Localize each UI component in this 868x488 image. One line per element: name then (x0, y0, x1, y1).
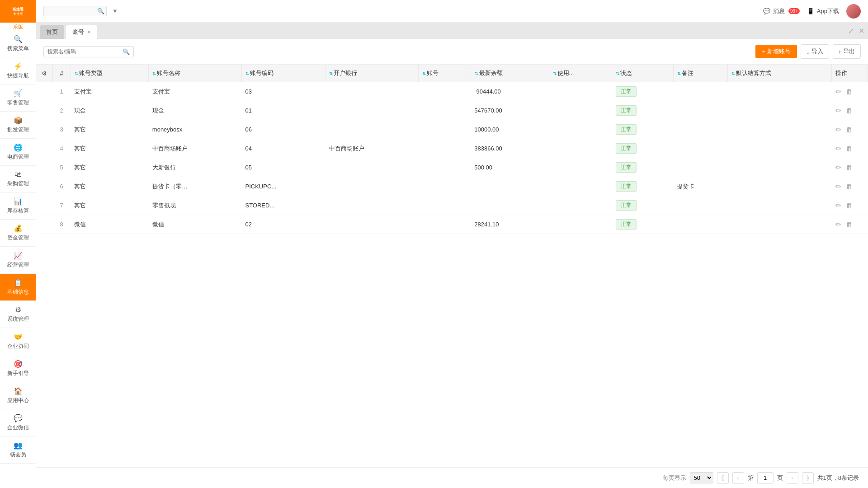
table-container: ⚙ # ⇅账号类型 ⇅账号名称 ⇅账号编码 ⇅开户银行 ⇅账号 ⇅最新余额 ⇅使… (36, 65, 868, 467)
sidebar-label-7: 资金管理 (7, 234, 29, 242)
app-download-button[interactable]: 📱 App下载 (807, 7, 839, 15)
cell-name-3: 中百商场账户 (149, 139, 242, 158)
col-balance[interactable]: ⇅最新余额 (471, 65, 549, 82)
tab-account-close[interactable]: ✕ (87, 29, 91, 35)
delete-icon-4[interactable]: 🗑 (846, 164, 853, 171)
col-account[interactable]: ⇅账号 (418, 65, 471, 82)
sidebar-item-4[interactable]: 🌐电商管理 (0, 139, 36, 166)
tab-account[interactable]: 账号 ✕ (66, 25, 97, 39)
edit-icon-4[interactable]: ✏ (835, 164, 841, 172)
cell-usage-3 (549, 139, 612, 158)
delete-icon-0[interactable]: 🗑 (846, 88, 853, 95)
cell-code-4: 05 (241, 158, 325, 177)
tab-expand-icon[interactable]: ⤢ (848, 27, 854, 35)
sidebar-item-11[interactable]: 🤝企业协同 (0, 328, 36, 355)
col-bank[interactable]: ⇅开户银行 (326, 65, 419, 82)
cell-usage-2 (549, 120, 612, 139)
cell-name-2: moneybosx (149, 120, 242, 139)
sidebar-item-1[interactable]: ⚡快捷导航 (0, 57, 36, 84)
cell-num-5: 6 (52, 177, 71, 196)
cell-bank-5 (326, 177, 419, 196)
settings-icon[interactable]: ⚙ (42, 70, 47, 77)
add-account-button[interactable]: + 新增账号 (755, 45, 797, 58)
sidebar-icon-6: 📊 (14, 197, 23, 206)
avatar[interactable] (846, 4, 861, 19)
import-button[interactable]: ↓ 导入 (801, 44, 829, 59)
cell-bank-2 (326, 120, 419, 139)
sidebar-item-7[interactable]: 💰资金管理 (0, 220, 36, 247)
sidebar-item-9[interactable]: 📋基础信息 (0, 274, 36, 301)
cell-checkbox-0 (36, 82, 52, 101)
delete-icon-1[interactable]: 🗑 (846, 107, 853, 114)
cell-checkbox-3 (36, 139, 52, 158)
topbar-search[interactable]: 🔍 (43, 6, 107, 16)
sidebar-item-14[interactable]: 💬企业微信 (0, 409, 36, 436)
cell-note-5: 提货卡 (673, 177, 727, 196)
cell-note-2 (673, 120, 727, 139)
sidebar-item-3[interactable]: 📦批发管理 (0, 112, 36, 139)
sidebar-item-10[interactable]: ⚙系统管理 (0, 301, 36, 328)
page-next-btn[interactable]: › (787, 472, 798, 484)
cell-num-3: 4 (52, 139, 71, 158)
edit-icon-2[interactable]: ✏ (835, 126, 841, 134)
cell-bank-3: 中百商场账户 (326, 139, 419, 158)
page-last-btn[interactable]: ⟫ (802, 472, 814, 484)
sidebar-item-0[interactable]: 🔍搜索菜单 (0, 30, 36, 57)
page-first-btn[interactable]: ⟪ (717, 472, 729, 484)
cell-action-3: ✏ 🗑 (832, 139, 868, 158)
sidebar-icon-5: 🛍 (14, 170, 22, 178)
tab-home[interactable]: 首页 (40, 25, 64, 39)
sidebar-item-2[interactable]: 🛒零售管理 (0, 84, 36, 112)
topbar-left: 🔍 ▼ (43, 6, 118, 16)
edit-icon-3[interactable]: ✏ (835, 145, 841, 153)
toolbar-right: + 新增账号 ↓ 导入 ↑ 导出 (755, 44, 861, 59)
cell-code-6: STORED... (241, 196, 325, 215)
col-status[interactable]: ⇅状态 (612, 65, 674, 82)
col-settings[interactable]: ⚙ (36, 65, 52, 82)
tab-close-all-icon[interactable]: ✕ (859, 27, 864, 35)
sidebar-item-15[interactable]: 👥畅会员 (0, 436, 36, 464)
col-usage[interactable]: ⇅使用... (549, 65, 612, 82)
message-label: 消息 (773, 7, 785, 15)
edit-icon-5[interactable]: ✏ (835, 183, 841, 191)
sidebar-item-8[interactable]: 📈经营管理 (0, 247, 36, 274)
table-search-input[interactable] (47, 48, 123, 55)
col-name[interactable]: ⇅账号名称 (149, 65, 242, 82)
topbar-dropdown-icon[interactable]: ▼ (112, 8, 118, 14)
edit-icon-1[interactable]: ✏ (835, 107, 841, 115)
cell-account-1 (418, 101, 471, 120)
col-settle[interactable]: ⇅默认结算方式 (728, 65, 832, 82)
cell-settle-6 (728, 196, 832, 215)
message-button[interactable]: 💬 消息 99+ (763, 7, 800, 15)
col-type[interactable]: ⇅账号类型 (71, 65, 149, 82)
page-number-input[interactable] (757, 472, 774, 484)
sidebar-icon-2: 🛒 (14, 89, 23, 98)
cell-account-3 (418, 139, 471, 158)
edit-icon-7[interactable]: ✏ (835, 221, 841, 229)
edit-icon-6[interactable]: ✏ (835, 202, 841, 210)
topbar-search-input[interactable] (47, 8, 97, 14)
delete-icon-2[interactable]: 🗑 (846, 126, 853, 133)
table-search-icon[interactable]: 🔍 (123, 48, 130, 55)
sidebar-item-6[interactable]: 📊库存核算 (0, 192, 36, 220)
col-code[interactable]: ⇅账号编码 (241, 65, 325, 82)
delete-icon-5[interactable]: 🗑 (846, 183, 853, 190)
cell-settle-1 (728, 101, 832, 120)
delete-icon-7[interactable]: 🗑 (846, 221, 853, 228)
per-page-select[interactable]: 50 100 200 (690, 472, 713, 483)
delete-icon-6[interactable]: 🗑 (846, 202, 853, 209)
page-of: 页 (777, 474, 783, 482)
col-note[interactable]: ⇅备注 (673, 65, 727, 82)
sidebar-item-12[interactable]: 🎯新手引导 (0, 355, 36, 382)
sidebar-icon-4: 🌐 (14, 143, 23, 152)
status-badge-2: 正常 (616, 124, 637, 135)
export-button[interactable]: ↑ 导出 (833, 44, 861, 59)
table-search[interactable]: 🔍 (43, 46, 134, 57)
page-prev-btn[interactable]: ‹ (732, 472, 744, 484)
sidebar-item-5[interactable]: 🛍采购管理 (0, 166, 36, 192)
message-icon: 💬 (763, 8, 770, 14)
sidebar-item-13[interactable]: 🏠应用中心 (0, 382, 36, 409)
edit-icon-0[interactable]: ✏ (835, 88, 841, 96)
cell-status-3: 正常 (612, 139, 674, 158)
delete-icon-3[interactable]: 🗑 (846, 145, 853, 152)
